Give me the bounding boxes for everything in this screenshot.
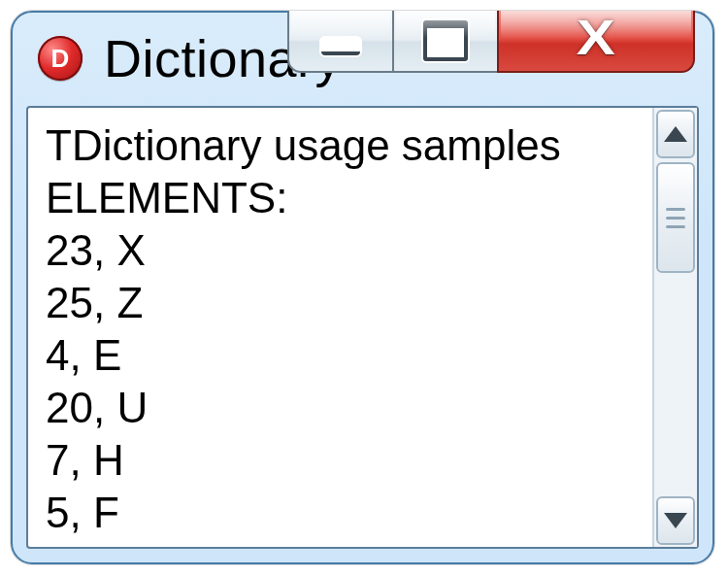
minimize-button[interactable] (287, 11, 392, 73)
scroll-thumb[interactable] (656, 162, 695, 273)
app-icon: D (38, 36, 83, 81)
vertical-scrollbar[interactable] (652, 108, 697, 547)
grip-icon (666, 208, 685, 211)
output-line: 4, E (46, 329, 641, 382)
app-icon-letter: D (51, 44, 70, 74)
grip-icon (666, 225, 685, 228)
maximize-icon (423, 20, 468, 61)
minimize-icon (321, 38, 360, 55)
close-button[interactable]: X (497, 11, 695, 73)
window-frame: D Dictionary X TDictionary usage samples… (11, 11, 714, 564)
output-line: 20, U (46, 382, 641, 434)
scroll-track[interactable] (656, 162, 695, 492)
output-line: 5, F (46, 487, 641, 539)
scroll-up-button[interactable] (656, 110, 695, 158)
chevron-up-icon (664, 126, 687, 142)
output-line: ELEMENTS: (46, 172, 641, 224)
output-line: TDictionary usage samples (46, 119, 641, 172)
output-line: 23, X (46, 224, 641, 277)
close-icon: X (577, 10, 615, 66)
chevron-down-icon (664, 513, 687, 528)
titlebar[interactable]: D Dictionary X (13, 13, 712, 104)
output-line: 7, H (46, 434, 641, 487)
caption-buttons: X (287, 11, 695, 73)
client-area: TDictionary usage samples ELEMENTS: 23, … (26, 106, 699, 549)
output-memo[interactable]: TDictionary usage samples ELEMENTS: 23, … (28, 108, 652, 547)
grip-icon (666, 217, 685, 220)
output-line: 25, Z (46, 277, 641, 329)
maximize-button[interactable] (392, 11, 497, 73)
scroll-down-button[interactable] (656, 496, 695, 545)
